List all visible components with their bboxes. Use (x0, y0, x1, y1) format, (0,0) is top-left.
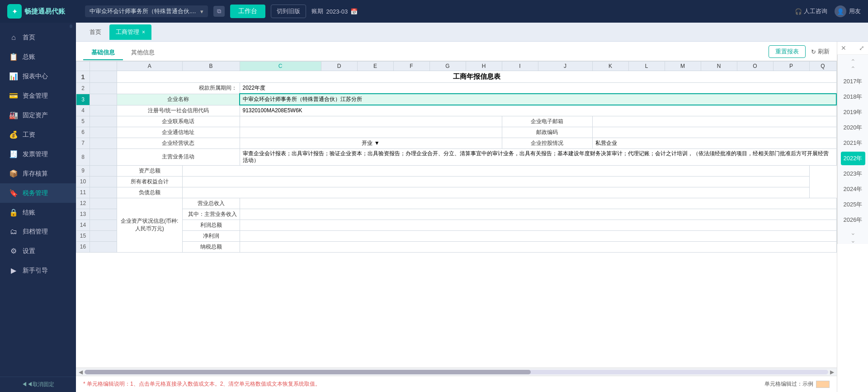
col-header-M[interactable]: M (665, 62, 701, 71)
sidebar-item-settings[interactable]: ⚙ 设置 (0, 241, 76, 261)
sidebar-label-inventory: 库存核算 (23, 170, 48, 178)
col-header-F[interactable]: F (393, 62, 429, 71)
label-net-profit: 净利润 (182, 230, 240, 241)
user-area[interactable]: 👤 用友 (835, 5, 861, 17)
sheet-title: 工商年报信息表 (117, 71, 837, 83)
value-total-profit[interactable] (240, 220, 836, 230)
panel-close-icon[interactable]: ✕ (841, 44, 846, 52)
col-header-N[interactable]: N (701, 62, 737, 71)
sidebar-item-home[interactable]: ⌂ 首页 (0, 28, 76, 47)
value-company-name[interactable]: 中审众环会计师事务所（特殊普通合伙）江苏分所 (240, 94, 836, 105)
col-header-K[interactable]: K (592, 62, 628, 71)
sidebar-item-funds[interactable]: 💳 资金管理 (0, 86, 76, 105)
sidebar-item-inventory[interactable]: 📦 库存核算 (0, 164, 76, 183)
inventory-icon: 📦 (9, 169, 18, 178)
h-scroll-left-arrow[interactable]: ◀ (77, 369, 85, 375)
refresh-icon: ↻ (811, 48, 816, 55)
value-phone[interactable] (240, 116, 502, 127)
value-main-revenue[interactable] (240, 209, 836, 220)
value-equity[interactable] (182, 176, 809, 187)
value-address[interactable] (240, 127, 502, 138)
table-row: 14 利润总额 (76, 220, 837, 230)
tab-other-info[interactable]: 其他信息 (123, 46, 163, 60)
h-scroll-right-arrow[interactable]: ▶ (828, 369, 836, 375)
sidebar-item-assets[interactable]: 🏭 固定资产 (0, 105, 76, 125)
value-total-tax[interactable] (240, 241, 836, 252)
col-header-L[interactable]: L (628, 62, 665, 71)
label-main-revenue: 其中：主营业务收入 (182, 209, 240, 220)
year-2018[interactable]: 2018年 (841, 90, 865, 104)
company-selector[interactable]: 中审众环会计师事务所（特殊普通合伙.... ▾ (85, 5, 208, 17)
table-row: 7 企业经营状态 开业 ▼ 企业控股情况 私营企业 (76, 138, 837, 148)
sidebar: ⌂ 首页 📋 总账 📊 报表中心 💳 资金管理 🏭 固定资产 💰 工资 🧾 发票… (0, 23, 76, 392)
year-2025[interactable]: 2025年 (841, 198, 865, 211)
sidebar-item-ledger[interactable]: 📋 总账 (0, 47, 76, 67)
year-2020[interactable]: 2020年 (841, 121, 865, 134)
col-header-I[interactable]: I (502, 62, 538, 71)
label-period: 税款所属期间： (117, 83, 240, 94)
sidebar-item-salary[interactable]: 💰 工资 (0, 125, 76, 144)
chevron-up2-icon[interactable]: ⌃ (850, 66, 856, 72)
value-postcode[interactable] (592, 127, 836, 138)
year-2024[interactable]: 2024年 (841, 182, 865, 196)
value-main-biz[interactable]: 审查企业会计报表；出具审计报告；验证企业资本；出具验资报告；办理企业合开、分立、… (240, 148, 836, 165)
sidebar-item-newbie[interactable]: ▶ 新手引导 (0, 261, 76, 280)
topbar-right: 🎧 人工咨询 👤 用友 (795, 5, 861, 17)
col-header-C[interactable]: C (240, 62, 321, 71)
calendar-icon[interactable]: 📅 (350, 8, 358, 15)
col-header-H[interactable]: H (466, 62, 502, 71)
year-2021[interactable]: 2021年 (841, 136, 865, 150)
consult-button[interactable]: 🎧 人工咨询 (795, 7, 827, 15)
sidebar-item-tax[interactable]: 🔖 税务管理 (0, 183, 76, 203)
col-header-G[interactable]: G (429, 62, 466, 71)
table-row[interactable]: 3 企业名称 中审众环会计师事务所（特殊普通合伙）江苏分所 (76, 94, 837, 105)
old-version-button[interactable]: 切到旧版 (271, 5, 306, 18)
tab-home-label: 首页 (90, 29, 101, 35)
sidebar-item-invoice[interactable]: 🧾 发票管理 (0, 144, 76, 164)
tab-close-icon[interactable]: × (142, 29, 145, 35)
workbench-button[interactable]: 工作台 (230, 5, 265, 18)
year-2017[interactable]: 2017年 (841, 75, 865, 88)
col-header-Q[interactable]: Q (809, 62, 836, 71)
value-email[interactable] (592, 116, 836, 127)
tab-home[interactable]: 首页 (83, 24, 108, 40)
topbar: ✦ 畅捷通易代账 中审众环会计师事务所（特殊普通合伙.... ▾ ⧉ 工作台 切… (0, 0, 868, 23)
value-total-assets[interactable] (182, 165, 809, 176)
panel-expand-icon[interactable]: ⤢ (859, 44, 864, 52)
h-scroll-area[interactable]: ◀ ▶ (76, 368, 837, 376)
chevron-up-icon[interactable]: ⌃ (850, 58, 856, 65)
year-2019[interactable]: 2019年 (841, 105, 865, 119)
col-header-A[interactable]: A (117, 62, 183, 71)
year-2022[interactable]: 2022年 (841, 152, 865, 165)
reset-report-button[interactable]: 重置报表 (769, 45, 806, 58)
col-header-B[interactable]: B (182, 62, 240, 71)
year-2023[interactable]: 2023年 (841, 167, 865, 181)
label-holding: 企业控股情况 (502, 138, 592, 148)
spreadsheet-container[interactable]: A B C D E F G H I J (76, 61, 837, 368)
chevron-down2-icon[interactable]: ⌄ (850, 237, 856, 244)
row-num: 10 (76, 176, 90, 187)
pin-sidebar-button[interactable]: ◀◀取消固定 (0, 377, 76, 392)
sidebar-item-archive[interactable]: 🗂 归档管理 (0, 222, 76, 241)
tab-basic-info[interactable]: 基础信息 (83, 46, 123, 60)
value-liabilities[interactable] (182, 187, 809, 198)
year-2026[interactable]: 2026年 (841, 213, 865, 227)
sidebar-item-reports[interactable]: 📊 报表中心 (0, 67, 76, 86)
value-net-profit[interactable] (240, 230, 836, 241)
chevron-down-icon[interactable]: ⌄ (850, 229, 856, 236)
value-reg-code[interactable]: 91320100MA208E5W6K (240, 105, 836, 116)
value-total-revenue[interactable] (240, 198, 836, 209)
col-header-O[interactable]: O (737, 62, 773, 71)
table-row: 4 注册号/统一社会信用代码 91320100MA208E5W6K (76, 105, 837, 116)
col-header-P[interactable]: P (773, 62, 809, 71)
col-header-J[interactable]: J (538, 62, 592, 71)
col-header-D[interactable]: D (321, 62, 357, 71)
col-header-E[interactable]: E (357, 62, 393, 71)
value-holding[interactable]: 私营企业 (592, 138, 836, 148)
sidebar-item-close[interactable]: 🔒 结账 (0, 203, 76, 222)
value-biz-status[interactable]: 开业 ▼ (240, 138, 502, 148)
value-period[interactable]: 2022年度 (240, 83, 836, 94)
copy-button[interactable]: ⧉ (213, 6, 225, 17)
tab-business-management[interactable]: 工商管理 × (109, 24, 151, 40)
refresh-button[interactable]: ↻ 刷新 (811, 48, 830, 56)
